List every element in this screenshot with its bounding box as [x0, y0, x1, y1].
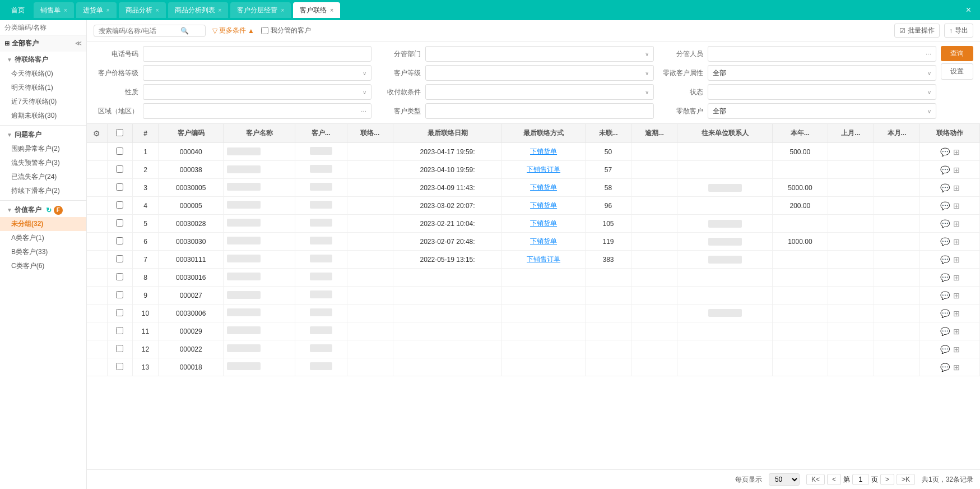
chat-icon[interactable]: 💬: [940, 309, 950, 318]
price-tier-select[interactable]: ∨: [143, 65, 371, 81]
grid-action-icon[interactable]: ⊞: [953, 219, 960, 228]
method-link[interactable]: 下销货单: [530, 237, 557, 245]
row-checkbox[interactable]: [116, 201, 123, 209]
chat-icon[interactable]: 💬: [940, 273, 950, 282]
row-checkbox[interactable]: [116, 291, 123, 298]
chat-icon[interactable]: 💬: [940, 183, 950, 192]
chat-icon[interactable]: 💬: [940, 201, 950, 210]
chat-icon[interactable]: 💬: [940, 363, 950, 372]
sidebar-item-7days[interactable]: 近7天待联络(0): [0, 95, 86, 109]
sidebar-search-input[interactable]: [4, 24, 87, 31]
more-conditions-btn[interactable]: ▽ 更多条件 ▲: [212, 26, 254, 35]
refresh-icon[interactable]: ↻: [46, 206, 52, 214]
grid-action-icon[interactable]: ⊞: [953, 165, 960, 174]
grid-action-icon[interactable]: ⊞: [953, 291, 960, 300]
my-customers-checkbox[interactable]: [261, 27, 268, 34]
nav-tab-customer-tier[interactable]: 客户分层经营 ×: [230, 2, 291, 18]
method-link[interactable]: 下销货单: [530, 183, 557, 191]
row-checkbox[interactable]: [116, 219, 123, 227]
last-page-btn[interactable]: >K: [897, 474, 915, 485]
chat-icon[interactable]: 💬: [940, 237, 950, 246]
row-checkbox[interactable]: [116, 273, 123, 280]
problem-customers-title[interactable]: ▼ 问题客户: [0, 128, 86, 142]
sidebar-item-ungrouped[interactable]: 未分组(32): [0, 217, 86, 231]
customer-type-input[interactable]: [425, 103, 654, 119]
method-link[interactable]: 下销货单: [530, 201, 557, 209]
dept-select[interactable]: ∨: [425, 46, 654, 62]
nav-tab-purchase[interactable]: 进货单 ×: [76, 2, 117, 18]
sidebar-item-churned[interactable]: 已流失客户(24): [0, 170, 86, 184]
sidebar-item-hoard[interactable]: 囤购异常客户(2): [0, 142, 86, 156]
nav-tab-customer-contact[interactable]: 客户联络 ×: [293, 2, 340, 18]
sidebar-item-class-b[interactable]: B类客户(33): [0, 245, 86, 259]
nav-home[interactable]: 首页: [4, 2, 31, 18]
sidebar-item-class-c[interactable]: C类客户(6): [0, 259, 86, 273]
window-close-icon[interactable]: ×: [962, 5, 976, 15]
value-customers-title[interactable]: ▼ 价值客户 ↻ F: [0, 203, 86, 217]
chat-icon[interactable]: 💬: [940, 327, 950, 336]
grid-action-icon[interactable]: ⊞: [953, 309, 960, 318]
payment-select[interactable]: ∨: [425, 84, 654, 100]
method-link[interactable]: 下销货单: [530, 147, 557, 155]
grid-action-icon[interactable]: ⊞: [953, 273, 960, 282]
batch-ops-btn[interactable]: ☑ 批量操作: [894, 24, 940, 38]
grid-action-icon[interactable]: ⊞: [953, 327, 960, 336]
method-link[interactable]: 下销货单: [530, 219, 557, 227]
row-checkbox[interactable]: [116, 345, 123, 352]
query-button[interactable]: 查询: [941, 46, 973, 61]
row-checkbox[interactable]: [116, 309, 123, 316]
customer-tier-select[interactable]: ∨: [425, 65, 654, 81]
tab-close-icon[interactable]: ×: [281, 7, 284, 13]
retail-attr-select[interactable]: 全部 ∨: [708, 65, 936, 81]
region-input[interactable]: ···: [143, 103, 371, 119]
row-checkbox[interactable]: [116, 165, 123, 173]
export-btn[interactable]: ↑ 导出: [944, 24, 973, 38]
reset-button[interactable]: 设置: [941, 63, 973, 80]
row-checkbox[interactable]: [116, 183, 123, 191]
grid-action-icon[interactable]: ⊞: [953, 345, 960, 354]
collapse-icon[interactable]: ≪: [75, 40, 82, 47]
chat-icon[interactable]: 💬: [940, 255, 950, 264]
chat-icon[interactable]: 💬: [940, 345, 950, 354]
tab-close-icon[interactable]: ×: [64, 7, 67, 13]
first-page-btn[interactable]: K<: [806, 474, 825, 485]
sidebar-item-tomorrow[interactable]: 明天待联络(1): [0, 81, 86, 95]
select-all-checkbox[interactable]: [116, 129, 123, 136]
row-checkbox[interactable]: [116, 237, 123, 245]
row-checkbox[interactable]: [116, 255, 123, 262]
search-input[interactable]: [99, 27, 177, 35]
grid-action-icon[interactable]: ⊞: [953, 255, 960, 264]
sidebar-item-today[interactable]: 今天待联络(0): [0, 67, 86, 81]
chat-icon[interactable]: 💬: [940, 219, 950, 228]
page-number-input[interactable]: [852, 474, 869, 485]
method-link[interactable]: 下销售订单: [527, 255, 560, 263]
row-checkbox[interactable]: [116, 327, 123, 334]
pending-contact-title[interactable]: ▼ 待联络客户: [0, 53, 86, 67]
row-checkbox[interactable]: [116, 147, 123, 155]
row-checkbox[interactable]: [116, 363, 123, 370]
tab-close-icon[interactable]: ×: [156, 7, 159, 13]
prev-page-btn[interactable]: <: [827, 474, 841, 485]
nav-tab-goods-list[interactable]: 商品分析列表 ×: [168, 2, 229, 18]
retail-customer-select[interactable]: 全部 ∨: [708, 103, 936, 119]
phone-input[interactable]: [143, 46, 371, 62]
grid-action-icon[interactable]: ⊞: [953, 237, 960, 246]
tab-close-icon[interactable]: ×: [219, 7, 222, 13]
status-select[interactable]: ∨: [708, 84, 936, 100]
sidebar-item-declining[interactable]: 持续下滑客户(2): [0, 184, 86, 198]
method-link[interactable]: 下销售订单: [527, 165, 560, 173]
chat-icon[interactable]: 💬: [940, 291, 950, 300]
tab-close-active-icon[interactable]: ×: [330, 7, 333, 13]
nav-tab-goods-analysis[interactable]: 商品分析 ×: [119, 2, 166, 18]
nature-select[interactable]: ∨: [143, 84, 371, 100]
chat-icon[interactable]: 💬: [940, 165, 950, 174]
person-input[interactable]: ···: [708, 46, 936, 62]
grid-action-icon[interactable]: ⊞: [953, 147, 960, 156]
grid-action-icon[interactable]: ⊞: [953, 183, 960, 192]
settings-gear-icon[interactable]: ⚙: [93, 129, 100, 138]
grid-action-icon[interactable]: ⊞: [953, 363, 960, 372]
sidebar-item-class-a[interactable]: A类客户(1): [0, 231, 86, 245]
grid-action-icon[interactable]: ⊞: [953, 201, 960, 210]
page-size-select[interactable]: 50 100 200: [769, 473, 800, 486]
all-customers-header[interactable]: ⊞ 全部客户 ≪: [0, 35, 86, 52]
